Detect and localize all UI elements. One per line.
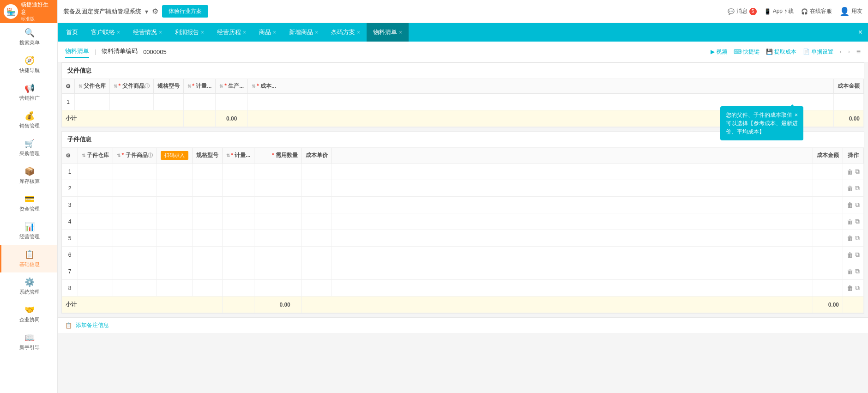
child-cell-warehouse[interactable] bbox=[78, 247, 113, 263]
child-cell-unit-cost[interactable] bbox=[302, 263, 332, 280]
sidebar-item-collab[interactable]: 🤝 企业协同 bbox=[0, 300, 57, 328]
child-cell-warehouse[interactable] bbox=[78, 163, 113, 180]
tab-goods[interactable]: 商品 × bbox=[253, 23, 283, 42]
child-cell-spec[interactable] bbox=[192, 280, 222, 296]
child-cell-product[interactable] bbox=[113, 197, 157, 213]
child-cell-unit-cost[interactable] bbox=[302, 163, 332, 180]
copy-row-icon[interactable]: ⧉ bbox=[855, 284, 860, 292]
child-cell-warehouse[interactable] bbox=[78, 213, 113, 230]
child-cell-product[interactable] bbox=[113, 280, 157, 296]
child-cell-product[interactable] bbox=[113, 247, 157, 263]
sidebar-item-promo[interactable]: 📢 营销推广 bbox=[0, 79, 57, 106]
toolbar-shortcut[interactable]: ⌨ 快捷键 bbox=[734, 48, 760, 56]
delete-row-icon[interactable]: 🗑 bbox=[847, 218, 853, 225]
child-cell-unit[interactable] bbox=[222, 230, 254, 247]
child-cell-qty[interactable] bbox=[268, 213, 302, 230]
child-cell-qty[interactable] bbox=[268, 263, 302, 280]
parent-cell-cost-type[interactable] bbox=[248, 94, 280, 110]
parent-cell-product[interactable] bbox=[109, 94, 153, 110]
table-view-icon[interactable]: ≡ bbox=[856, 48, 861, 56]
bottom-bar[interactable]: 📋 添加备注信息 bbox=[58, 317, 868, 333]
sidebar-item-nav[interactable]: 🧭 快捷导航 bbox=[0, 51, 57, 79]
child-cell-unit-cost[interactable] bbox=[302, 180, 332, 197]
tab-close-icon[interactable]: × bbox=[159, 29, 162, 36]
parent-col-gear[interactable]: ⚙ bbox=[62, 79, 75, 94]
tab-operation-status[interactable]: 经营情况 × bbox=[127, 23, 169, 42]
child-cell-unit[interactable] bbox=[222, 213, 254, 230]
scan-input-btn[interactable]: 扫码录入 bbox=[161, 151, 188, 160]
tab-history[interactable]: 经营历程 × bbox=[211, 23, 253, 42]
user-item[interactable]: 👤 用友 bbox=[839, 6, 862, 17]
tab-bom[interactable]: 物料清单 × bbox=[367, 23, 409, 42]
tab-barcode[interactable]: 条码方案 × bbox=[325, 23, 367, 42]
sidebar-item-system[interactable]: ⚙️ 系统管理 bbox=[0, 272, 57, 300]
child-cell-warehouse[interactable] bbox=[78, 263, 113, 280]
copy-row-icon[interactable]: ⧉ bbox=[855, 218, 860, 225]
delete-row-icon[interactable]: 🗑 bbox=[847, 185, 853, 192]
sidebar-item-guide[interactable]: 📖 新手引导 bbox=[0, 328, 57, 356]
delete-row-icon[interactable]: 🗑 bbox=[847, 268, 853, 275]
child-cell-spec[interactable] bbox=[192, 180, 222, 197]
sidebar-item-finance[interactable]: 💳 资金管理 bbox=[0, 189, 57, 217]
app-download-item[interactable]: 📱 App下载 bbox=[764, 7, 794, 15]
topbar-dropdown-arrow[interactable]: ▾ bbox=[145, 8, 148, 15]
child-cell-unit[interactable] bbox=[222, 280, 254, 296]
child-cell-unit-cost[interactable] bbox=[302, 230, 332, 247]
child-cell-qty[interactable] bbox=[268, 247, 302, 263]
parent-cell-unit[interactable] bbox=[183, 94, 216, 110]
sidebar-item-search[interactable]: 🔍 搜索菜单 bbox=[0, 23, 57, 51]
child-cell-warehouse[interactable] bbox=[78, 280, 113, 296]
delete-row-icon[interactable]: 🗑 bbox=[847, 201, 853, 209]
child-cell-spec[interactable] bbox=[192, 213, 222, 230]
copy-row-icon[interactable]: ⧉ bbox=[855, 184, 860, 192]
tab-close-icon[interactable]: × bbox=[117, 29, 120, 36]
tooltip-close-btn[interactable]: × bbox=[795, 111, 798, 119]
child-cell-unit[interactable] bbox=[222, 163, 254, 180]
sidebar-item-purchase[interactable]: 🛒 采购管理 bbox=[0, 134, 57, 162]
toolbar-extract-cost[interactable]: 💾 提取成本 bbox=[766, 48, 796, 56]
tab-add-goods[interactable]: 新增商品 × bbox=[283, 23, 325, 42]
experience-btn[interactable]: 体验行业方案 bbox=[162, 5, 208, 18]
parent-cell-production[interactable] bbox=[216, 94, 248, 110]
child-col-gear[interactable]: ⚙ bbox=[62, 148, 78, 163]
settings-icon[interactable]: ⚙ bbox=[152, 7, 158, 16]
child-cell-unit[interactable] bbox=[222, 263, 254, 280]
tab-close-icon[interactable]: × bbox=[243, 29, 246, 36]
sub-tab-bom-list[interactable]: 物料清单 bbox=[65, 45, 89, 58]
child-cell-unit[interactable] bbox=[222, 180, 254, 197]
child-cell-product[interactable] bbox=[113, 213, 157, 230]
child-cell-spec[interactable] bbox=[192, 163, 222, 180]
child-cell-qty[interactable] bbox=[268, 180, 302, 197]
delete-row-icon[interactable]: 🗑 bbox=[847, 168, 853, 175]
copy-row-icon[interactable]: ⧉ bbox=[855, 201, 860, 209]
child-cell-unit-cost[interactable] bbox=[302, 213, 332, 230]
delete-row-icon[interactable]: 🗑 bbox=[847, 251, 853, 259]
sidebar-item-basic[interactable]: 📋 基础信息 bbox=[0, 245, 57, 272]
copy-row-icon[interactable]: ⧉ bbox=[855, 267, 860, 275]
parent-cell-warehouse[interactable] bbox=[75, 94, 110, 110]
toolbar-doc-settings[interactable]: 📄 单据设置 bbox=[803, 48, 833, 56]
tab-close-icon[interactable]: × bbox=[273, 29, 276, 36]
copy-row-icon[interactable]: ⧉ bbox=[855, 168, 860, 175]
child-cell-product[interactable] bbox=[113, 230, 157, 247]
child-cell-product[interactable] bbox=[113, 263, 157, 280]
tab-close-icon[interactable]: × bbox=[399, 29, 402, 36]
child-cell-product[interactable] bbox=[113, 163, 157, 180]
nav-prev-icon[interactable]: ‹ bbox=[840, 48, 842, 55]
child-cell-qty[interactable] bbox=[268, 280, 302, 296]
child-cell-warehouse[interactable] bbox=[78, 197, 113, 213]
child-cell-product[interactable] bbox=[113, 180, 157, 197]
child-cell-warehouse[interactable] bbox=[78, 180, 113, 197]
sidebar-item-inventory[interactable]: 📦 库存核算 bbox=[0, 162, 57, 189]
sidebar-item-sales[interactable]: 💰 销售管理 bbox=[0, 106, 57, 134]
online-service-item[interactable]: 🎧 在线客服 bbox=[801, 7, 832, 15]
tab-customer[interactable]: 客户联络 × bbox=[84, 23, 127, 42]
copy-row-icon[interactable]: ⧉ bbox=[855, 251, 860, 259]
tab-home[interactable]: 首页 bbox=[60, 23, 84, 42]
child-cell-unit[interactable] bbox=[222, 247, 254, 263]
message-item[interactable]: 💬 消息 5 bbox=[728, 7, 757, 15]
delete-row-icon[interactable]: 🗑 bbox=[847, 235, 853, 242]
close-all-tabs-icon[interactable]: × bbox=[855, 28, 866, 36]
tab-profit[interactable]: 利润报告 × bbox=[169, 23, 211, 42]
sidebar-item-operation[interactable]: 📊 经营管理 bbox=[0, 217, 57, 245]
